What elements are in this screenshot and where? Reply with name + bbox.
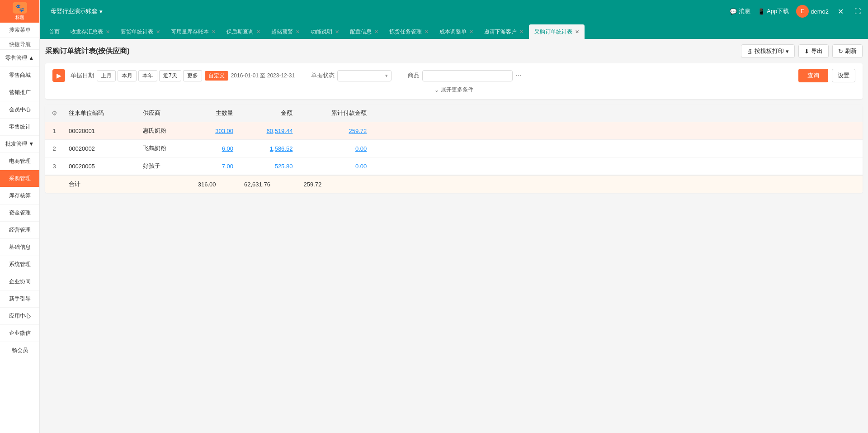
sidebar-item-basic-info[interactable]: 基础信息: [0, 239, 39, 256]
page-header: 采购订单统计表(按供应商) 🖨 按模板打印 ▾ ⬇ 导出 ↻ 刷新: [45, 44, 863, 58]
sidebar-item-guide[interactable]: 新手引导: [0, 290, 39, 308]
tab-stock-summary[interactable]: 收发存汇总表 ✕: [65, 24, 115, 39]
app-download-btn[interactable]: 📱 App下载: [758, 7, 789, 15]
date-this-month-btn[interactable]: 本月: [118, 70, 137, 81]
date-custom-badge[interactable]: 自定义: [205, 71, 228, 81]
sidebar-quick-nav[interactable]: 快捷导航: [0, 38, 39, 50]
row-extra: [372, 140, 863, 157]
tab-close-icon[interactable]: ✕: [256, 29, 260, 35]
tab-close-icon[interactable]: ✕: [106, 29, 110, 35]
sidebar-item-system[interactable]: 系统管理: [0, 256, 39, 273]
sidebar-item-collab[interactable]: 企业协同: [0, 273, 39, 290]
col-qty-header: 主数量: [193, 105, 239, 122]
sidebar-item-operations[interactable]: 经营管理: [0, 222, 39, 239]
paid-link[interactable]: 259.72: [349, 128, 367, 134]
account-label: 母婴行业演示账套: [51, 7, 98, 15]
tab-avail-inventory[interactable]: 可用量库存账本 ✕: [165, 24, 221, 39]
tab-pick-task[interactable]: 拣货任务管理 ✕: [384, 24, 434, 39]
date-7days-btn[interactable]: 近7天: [159, 70, 181, 81]
export-button[interactable]: ⬇ 导出: [798, 44, 829, 58]
tab-order-stats[interactable]: 要货单统计表 ✕: [115, 24, 165, 39]
tab-purchase-order-stats[interactable]: 采购订单统计表 ✕: [529, 24, 585, 39]
filter-toggle-btn[interactable]: ▶: [52, 69, 65, 82]
row-num: 2: [45, 140, 63, 157]
refresh-button[interactable]: ↻ 刷新: [832, 44, 863, 58]
message-btn[interactable]: 💬 消息: [730, 7, 750, 15]
paid-link[interactable]: 0.00: [355, 163, 367, 170]
tab-function-desc[interactable]: 功能说明 ✕: [305, 24, 344, 39]
tab-close-icon[interactable]: ✕: [519, 29, 524, 35]
sidebar-item-label: 零售管理 ▲: [5, 54, 34, 62]
message-label: 消息: [739, 7, 750, 15]
sidebar-item-ecommerce[interactable]: 电商管理: [0, 153, 39, 170]
tab-cost-adjust[interactable]: 成本调整单 ✕: [434, 24, 479, 39]
tab-close-icon[interactable]: ✕: [425, 29, 429, 35]
tab-label: 首页: [49, 28, 60, 36]
amount-link[interactable]: 1,586.52: [270, 145, 293, 152]
sidebar-item-vip[interactable]: 畅会员: [0, 342, 39, 359]
print-button[interactable]: 🖨 按模板打印 ▾: [741, 44, 795, 58]
col-supplier-header: 供应商: [137, 105, 193, 122]
row-supplier: 飞鹤奶粉: [137, 140, 193, 157]
sidebar-search[interactable]: 搜索菜单: [0, 23, 39, 38]
settings-button[interactable]: 设置: [832, 69, 855, 82]
date-more-btn[interactable]: 更多: [183, 70, 202, 81]
qty-link[interactable]: 303.00: [215, 128, 233, 134]
main-content: 母婴行业演示账套 ▾ 💬 消息 📱 App下载 E demo2 ✕ ⛶ 首页: [40, 0, 868, 433]
tab-label: 采购订单统计表: [534, 28, 572, 36]
tab-config-info[interactable]: 配置信息 ✕: [344, 24, 384, 39]
user-profile[interactable]: E demo2: [796, 5, 829, 18]
sidebar-item-app-center[interactable]: 应用中心: [0, 308, 39, 325]
page-actions: 🖨 按模板打印 ▾ ⬇ 导出 ↻ 刷新: [741, 44, 863, 58]
tab-close-icon[interactable]: ✕: [156, 29, 160, 35]
tab-close-icon[interactable]: ✕: [296, 29, 300, 35]
search-button[interactable]: 查询: [798, 69, 828, 82]
sidebar-item-retail-mgmt[interactable]: 零售管理 ▲: [0, 50, 39, 67]
goods-filter-input[interactable]: [422, 70, 513, 81]
tab-close-icon[interactable]: ✕: [212, 29, 216, 35]
topbar-close-icon[interactable]: ✕: [836, 5, 845, 18]
qty-link[interactable]: 6.00: [222, 145, 233, 152]
paid-link[interactable]: 0.00: [355, 145, 367, 152]
sidebar-item-label: 营销推广: [9, 89, 31, 96]
sidebar-item-inventory[interactable]: 库存核算: [0, 187, 39, 205]
date-last-month-btn[interactable]: 上月: [97, 70, 116, 81]
sidebar: 🐾 标题 搜索菜单 快捷导航 零售管理 ▲ 零售商城 营销推广 会员中心 零售统…: [0, 0, 40, 433]
logo-text: 标题: [15, 14, 24, 21]
goods-filter-more-icon[interactable]: ···: [515, 71, 521, 80]
app-download-icon: 📱: [758, 8, 765, 15]
sidebar-item-wholesale[interactable]: 批发管理 ▼: [0, 136, 39, 153]
tab-overstock[interactable]: 超储预警 ✕: [266, 24, 305, 39]
sidebar-item-member[interactable]: 会员中心: [0, 101, 39, 119]
tab-expiry-query[interactable]: 保质期查询 ✕: [221, 24, 266, 39]
tab-close-icon[interactable]: ✕: [374, 29, 378, 35]
tab-close-icon[interactable]: ✕: [335, 29, 339, 35]
tab-label: 功能说明: [311, 28, 332, 36]
col-code-header: 往来单位编码: [63, 105, 137, 122]
tab-label: 邀请下游客户: [484, 28, 517, 36]
topbar-expand-icon[interactable]: ⛶: [853, 6, 863, 17]
account-dropdown[interactable]: 母婴行业演示账套 ▾: [45, 0, 108, 23]
sidebar-item-finance[interactable]: 资金管理: [0, 205, 39, 222]
sidebar-item-wechat[interactable]: 企业微信: [0, 325, 39, 342]
date-this-year-btn[interactable]: 本年: [138, 70, 157, 81]
tab-invite-customer[interactable]: 邀请下游客户 ✕: [479, 24, 529, 39]
amount-link[interactable]: 60,519.44: [267, 128, 293, 134]
column-settings-icon[interactable]: ⚙: [52, 109, 57, 117]
footer-qty: 316.00: [193, 175, 239, 193]
sidebar-item-retail-shop[interactable]: 零售商城: [0, 67, 39, 84]
tab-close-icon[interactable]: ✕: [469, 29, 473, 35]
sidebar-item-label: 应用中心: [9, 312, 31, 320]
tab-home[interactable]: 首页: [43, 24, 65, 39]
amount-link[interactable]: 525.80: [275, 163, 293, 170]
qty-link[interactable]: 7.00: [222, 163, 233, 170]
filter-bar: ▶ 单据日期 上月 本月 本年 近7天 更多 自定义 2016-01-01 至 …: [45, 63, 863, 99]
tab-close-icon[interactable]: ✕: [575, 29, 579, 35]
sidebar-item-purchase[interactable]: 采购管理: [0, 170, 39, 187]
expand-more-btn[interactable]: ⌄ 展开更多条件: [52, 86, 855, 94]
refresh-icon: ↻: [838, 48, 843, 55]
page-title: 采购订单统计表(按供应商): [45, 47, 130, 56]
sidebar-item-retail-stats[interactable]: 零售统计: [0, 119, 39, 136]
status-select[interactable]: 全部: [337, 70, 392, 81]
sidebar-item-marketing[interactable]: 营销推广: [0, 84, 39, 101]
